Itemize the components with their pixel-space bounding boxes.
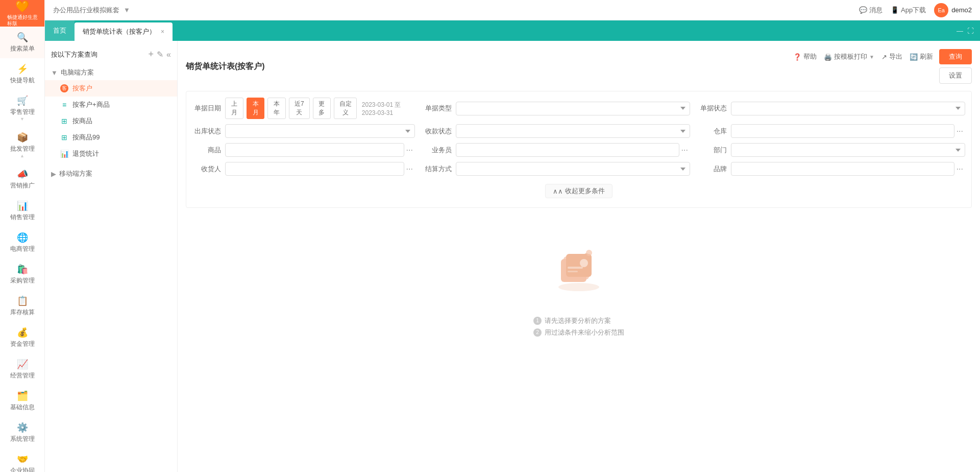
empty-tip-2: 2 用过滤条件来缩小分析范围 <box>533 326 624 338</box>
right-main: 销货单统计表(按客户) ❓ 帮助 🖨️ 按模板打印 ▼ ↗ <box>178 41 980 472</box>
purchase-icon: 🛍️ <box>17 264 28 275</box>
help-btn[interactable]: ❓ 帮助 <box>793 52 817 61</box>
industry-label: 办公用品行业模拟账套 <box>53 6 119 15</box>
doc-status-select[interactable] <box>731 102 965 115</box>
sidebar-item-search[interactable]: 🔍 搜索菜单 <box>0 27 45 58</box>
salesman-dots[interactable]: ··· <box>679 146 690 155</box>
date-btn-this-month[interactable]: 本月 <box>247 98 265 119</box>
sidebar-item-wholesale[interactable]: 📦 批发管理 ▲ <box>0 127 45 163</box>
scheme-item-by-customer-goods-label: 按客户+商品 <box>72 100 110 109</box>
svg-rect-5 <box>568 267 583 269</box>
settlement-select[interactable] <box>456 162 690 176</box>
warehouse-input[interactable] <box>731 124 954 138</box>
empty-state: 1 请先选择要分析的方案 2 用过滤条件来缩小分析范围 <box>186 213 972 369</box>
add-scheme-btn[interactable]: + <box>149 49 154 60</box>
scheme-item-by-customer-goods[interactable]: ≡ 按客户+商品 <box>45 97 177 113</box>
mobile-arrow-icon: ▶ <box>51 170 56 178</box>
date-btn-7days[interactable]: 近7天 <box>289 98 310 119</box>
help-icon: ❓ <box>793 53 801 61</box>
date-btn-custom[interactable]: 自定义 <box>334 98 357 119</box>
sidebar-item-sales[interactable]: 📊 销售管理 <box>0 195 45 227</box>
collapse-panel-btn[interactable]: « <box>166 50 171 59</box>
help-label: 帮助 <box>803 52 817 61</box>
minimize-icon[interactable]: — <box>957 27 963 35</box>
sidebar-item-retail[interactable]: 🛒 零售管理 ▼ <box>0 90 45 127</box>
date-btn-more[interactable]: 更多 <box>313 98 331 119</box>
scheme-item-by-goods99[interactable]: ⊞ 按商品99 <box>45 129 177 146</box>
collapse-btn[interactable]: ∧∧ 收起更多条件 <box>545 184 612 198</box>
print-label: 按模板打印 <box>834 52 867 61</box>
tab-home[interactable]: 首页 <box>45 20 75 41</box>
sidebar-item-system-label: 系统管理 <box>10 435 35 443</box>
sidebar-item-system[interactable]: ⚙️ 系统管理 <box>0 417 45 449</box>
page-title: 销货单统计表(按客户) <box>186 61 265 72</box>
sidebar-item-basic[interactable]: 🗂️ 基础信息 <box>0 385 45 417</box>
avatar: Ea <box>934 3 948 17</box>
maximize-icon[interactable]: ⛶ <box>967 27 974 35</box>
filter-goods: 商品 ··· <box>192 143 415 157</box>
scheme-group-mobile-title[interactable]: ▶ 移动端方案 <box>45 166 177 181</box>
date-btn-last-month[interactable]: 上月 <box>225 98 243 119</box>
sidebar-item-operation[interactable]: 📈 经营管理 <box>0 353 45 385</box>
app-download-btn[interactable]: 📱 App下载 <box>891 6 926 15</box>
tab-close-btn[interactable]: × <box>161 28 164 35</box>
finance-icon: 💰 <box>17 327 28 338</box>
query-btn[interactable]: 查询 <box>939 49 972 64</box>
goods-input[interactable] <box>225 143 404 157</box>
filter-receipt-status: 收款状态 <box>423 124 690 138</box>
settings-btn[interactable]: 设置 <box>939 67 972 84</box>
message-icon: 💬 <box>859 6 867 14</box>
sidebar-item-marketing[interactable]: 📣 营销推广 <box>0 163 45 195</box>
out-status-label: 出库状态 <box>192 127 221 136</box>
out-status-select[interactable] <box>225 124 415 138</box>
sidebar-item-ecom[interactable]: 🌐 电商管理 <box>0 227 45 258</box>
filter-date: 单据日期 上月 本月 本年 近7天 更多 自定义 2023-03-01 至 20… <box>192 98 415 119</box>
warehouse-dots[interactable]: ··· <box>954 127 965 136</box>
sidebar-item-finance[interactable]: 💰 资金管理 <box>0 322 45 353</box>
warehouse-label: 仓库 <box>698 127 727 136</box>
sidebar-item-marketing-label: 营销推广 <box>10 181 35 190</box>
scheme-item-by-goods[interactable]: ⊞ 按商品 <box>45 113 177 129</box>
svg-point-0 <box>558 283 599 291</box>
receipt-status-select[interactable] <box>456 124 690 138</box>
salesman-input[interactable] <box>456 143 679 157</box>
doc-type-select[interactable] <box>456 102 690 115</box>
app-logo: 🧡 畅捷通好生意标版 <box>0 0 45 27</box>
filter-warehouse: 仓库 ··· <box>698 124 965 138</box>
receiver-input[interactable] <box>225 162 404 176</box>
scheme-group-desktop-title[interactable]: ▼ 电脑端方案 <box>45 65 177 80</box>
print-btn[interactable]: 🖨️ 按模板打印 ▼ <box>824 52 874 61</box>
goods-label: 商品 <box>192 146 221 155</box>
sidebar-item-purchase[interactable]: 🛍️ 采购管理 <box>0 258 45 290</box>
print-arrow-icon: ▼ <box>869 54 874 60</box>
sidebar-item-wholesale-label: 批发管理 <box>10 145 35 153</box>
sidebar-item-basic-label: 基础信息 <box>10 403 35 412</box>
dept-select[interactable] <box>731 143 965 157</box>
receiver-dots[interactable]: ··· <box>404 164 415 174</box>
receipt-status-label: 收款状态 <box>423 127 452 136</box>
tab-bar: 首页 销货单统计表（按客户） × — ⛶ <box>45 20 980 41</box>
brand-dots[interactable]: ··· <box>954 164 965 174</box>
mobile-group-label: 移动端方案 <box>59 169 92 178</box>
scheme-item-by-customer[interactable]: 客 按客户 <box>45 80 177 97</box>
sidebar-item-inventory[interactable]: 📋 库存核算 <box>0 290 45 322</box>
brand-label: 品牌 <box>698 164 727 174</box>
message-btn[interactable]: 💬 消息 <box>859 6 883 15</box>
export-btn[interactable]: ↗ 导出 <box>881 52 902 61</box>
svg-point-4 <box>580 259 588 267</box>
edit-scheme-btn[interactable]: ✎ <box>157 50 163 59</box>
main-area: 办公用品行业模拟账套 ▼ 💬 消息 📱 App下载 Ea demo2 首页 销货… <box>45 0 980 472</box>
dropdown-arrow-icon[interactable]: ▼ <box>124 6 130 14</box>
user-area[interactable]: Ea demo2 <box>934 3 972 17</box>
scheme-item-return-stats[interactable]: 📊 退货统计 <box>45 146 177 162</box>
goods-dots[interactable]: ··· <box>404 146 415 155</box>
filter-row-4: 收货人 ··· 结算方式 品牌 ··· <box>192 162 965 176</box>
date-range: 2023-03-01 至 2023-03-31 <box>362 101 415 116</box>
brand-input[interactable] <box>731 162 954 176</box>
date-btn-this-year[interactable]: 本年 <box>267 98 286 119</box>
sidebar-item-quicknav[interactable]: ⚡ 快捷导航 <box>0 58 45 90</box>
sidebar-item-colab[interactable]: 🤝 企业协同 <box>0 449 45 472</box>
refresh-btn[interactable]: 🔄 刷新 <box>910 52 933 61</box>
empty-illustration <box>548 244 609 304</box>
tab-current[interactable]: 销货单统计表（按客户） × <box>75 22 173 41</box>
